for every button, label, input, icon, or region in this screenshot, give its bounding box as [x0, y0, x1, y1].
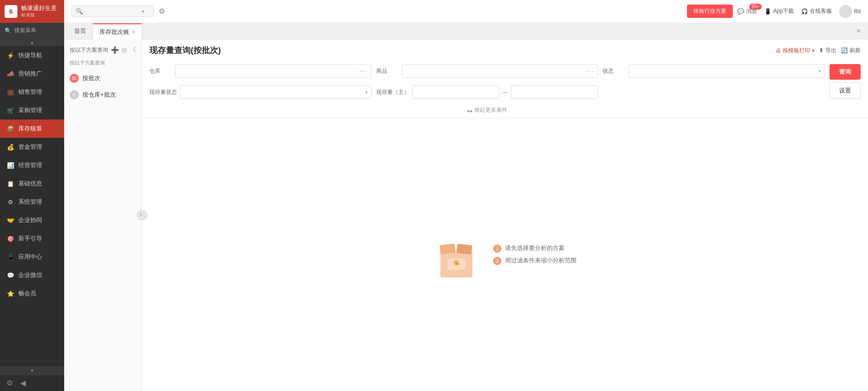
empty-tips: 1 请先选择要分析的方案 2 用过滤条件来缩小分析范围 [493, 244, 577, 265]
sidebar-item-member[interactable]: ⭐ 畅会员 [0, 284, 64, 303]
sidebar-item-appcenter[interactable]: 📱 应用中心 [0, 248, 64, 266]
sidebar-item-label: 资金管理 [18, 143, 42, 151]
experience-btn[interactable]: 体验行业方案 [687, 5, 733, 18]
empty-illustration: 😐 [434, 232, 479, 277]
settings-bottom-icon[interactable]: ⚙ [6, 379, 13, 387]
sidebar-item-system[interactable]: ⚙ 系统管理 [0, 193, 64, 211]
filter-row-2: 现存量状态 ▾ 现存量（主） — [149, 81, 825, 103]
sidebar-bottom: ⚙ ◀ [0, 375, 64, 391]
tip-2: 2 用过滤条件来缩小分析范围 [493, 256, 577, 265]
filter-main-row: 仓库 ··· 商品 ··· [149, 60, 861, 118]
warehouse-label: 仓库 [149, 67, 172, 75]
tabbar: 首页 库存批次账 × × [64, 23, 868, 39]
search-label: 搜索菜单 [14, 27, 36, 34]
sales-icon: 💼 [6, 88, 15, 96]
tab-home[interactable]: 首页 [68, 23, 93, 39]
stock-status-select[interactable]: ▾ [180, 85, 372, 99]
scheme-by-warehouse-batch-icon: 仓 [70, 90, 79, 99]
scroll-down-btn[interactable]: ▼ [0, 366, 64, 375]
status-field: 状态 ▾ [603, 64, 825, 78]
right-panel: 现存量查询(按批次) 🖨 按模板打印 ▾ ⬆ 导出 🔄 [142, 39, 868, 391]
sidebar-item-purchase[interactable]: 🛒 采购管理 [0, 101, 64, 119]
status-select[interactable]: ▾ [628, 64, 825, 78]
target-scheme-icon[interactable]: ◎ [121, 46, 127, 54]
newbie-icon: 🎯 [6, 234, 15, 243]
app-title-block: 畅康通好生意 标准版 [21, 5, 57, 19]
refresh-btn[interactable]: 🔄 刷新 [841, 47, 861, 54]
collapse-panel-icon[interactable]: 《 [130, 46, 136, 54]
stock-status-label: 现存量状态 [149, 88, 177, 96]
print-dropdown-icon[interactable]: ▾ [812, 48, 814, 53]
member-icon: ⭐ [6, 289, 15, 298]
topbar-search-input[interactable] [85, 8, 140, 15]
settings-btn[interactable]: 设置 [830, 82, 861, 99]
tip-2-text: 用过滤条件来缩小分析范围 [505, 256, 577, 265]
stock-status-field: 现存量状态 ▾ [149, 85, 372, 99]
topbar-gear-icon[interactable]: ⚙ [159, 7, 165, 16]
tab-inventory-batch-label: 库存批次账 [99, 28, 129, 36]
search-icon: 🔍 [5, 27, 11, 34]
scheme-by-batch-label: 按批次 [82, 74, 100, 82]
scheme-panel-title: 按以下方案查询 [70, 46, 108, 54]
goods-input[interactable]: ··· [402, 64, 599, 78]
scheme-panel-subtitle: 按以下方案查询 [64, 58, 142, 68]
dropdown-icon[interactable]: ▾ [142, 8, 144, 15]
sidebar-item-label: 快捷导航 [18, 51, 42, 60]
scroll-up-btn[interactable]: ▲ [0, 38, 64, 46]
warehouse-dots-icon: ··· [359, 67, 368, 75]
query-title-row: 现存量查询(按批次) 🖨 按模板打印 ▾ ⬆ 导出 🔄 [149, 45, 861, 56]
sidebar-item-marketing[interactable]: 📣 营销推广 [0, 65, 64, 83]
sidebar-item-label: 应用中心 [18, 253, 42, 261]
scheme-by-batch[interactable]: 批 按批次 [64, 70, 142, 87]
collapse-more-btn[interactable]: ▴▴ 收起更多条件 [149, 103, 825, 118]
sidebar-item-label: 企业微信 [18, 271, 42, 279]
stock-qty-from[interactable] [412, 85, 500, 99]
purchase-icon: 🛒 [6, 106, 15, 114]
scheme-by-warehouse-batch[interactable]: 仓 按仓库+批次 [64, 87, 142, 103]
topbar: 🔍 ▾ ⚙ 体验行业方案 💬 消息 99+ 📱 App下载 🎧 在线客服 R [64, 0, 868, 23]
sidebar-item-quick-nav[interactable]: ⚡ 快捷导航 [0, 46, 64, 65]
export-icon: ⬆ [819, 47, 824, 54]
sidebar-item-label: 畅会员 [18, 289, 36, 298]
sidebar-item-inventory[interactable]: 📦 库存核算 [0, 119, 64, 138]
panel-collapse-handle[interactable]: 》 [137, 210, 147, 220]
tab-inventory-batch[interactable]: 库存批次账 × [93, 23, 142, 40]
query-btn[interactable]: 查询 [830, 64, 861, 80]
tab-close-icon[interactable]: × [132, 29, 135, 35]
app-download-action[interactable]: 📱 App下载 [764, 7, 794, 15]
sidebar-item-label: 经营管理 [18, 161, 42, 169]
content-area: 按以下方案查询 ➕ ◎ 《 按以下方案查询 批 按批次 仓 按仓库+批次 》 现… [64, 39, 868, 391]
topbar-search-box[interactable]: 🔍 ▾ [71, 5, 154, 17]
collapse-sidebar-icon[interactable]: ◀ [20, 379, 26, 387]
sidebar-item-basic[interactable]: 📋 基础信息 [0, 174, 64, 193]
sidebar-search[interactable]: 🔍 搜索菜单 [0, 23, 64, 38]
user-action[interactable]: Rit [839, 5, 861, 18]
sidebar-item-wechat[interactable]: 💬 企业微信 [0, 266, 64, 284]
tip-1: 1 请先选择要分析的方案 [493, 244, 577, 253]
goods-field: 商品 ··· [376, 64, 599, 78]
sidebar-item-operations[interactable]: 📊 经营管理 [0, 156, 64, 174]
status-label: 状态 [603, 67, 626, 75]
panel-close-btn[interactable]: × [853, 27, 864, 35]
sidebar-item-newbie[interactable]: 🎯 新手引导 [0, 229, 64, 248]
sidebar-item-sales[interactable]: 💼 销售管理 [0, 83, 64, 101]
topbar-actions: 💬 消息 99+ 📱 App下载 🎧 在线客服 Rit [737, 5, 861, 18]
messages-badge: 99+ [749, 4, 762, 10]
refresh-icon: 🔄 [841, 47, 848, 54]
sidebar-item-finance[interactable]: 💰 资金管理 [0, 138, 64, 156]
marketing-icon: 📣 [6, 70, 15, 78]
headset-icon: 🎧 [801, 8, 808, 15]
scheme-by-batch-icon: 批 [70, 74, 79, 83]
online-service-action[interactable]: 🎧 在线客服 [801, 7, 832, 15]
goods-dots-icon: ··· [586, 67, 594, 75]
messages-icon: 💬 [737, 8, 744, 15]
stock-qty-to[interactable] [511, 85, 599, 99]
export-btn[interactable]: ⬆ 导出 [819, 47, 836, 54]
sidebar-item-cooperation[interactable]: 🤝 企业协同 [0, 211, 64, 229]
print-btn[interactable]: 🖨 按模板打印 ▾ [775, 47, 814, 54]
add-scheme-icon[interactable]: ➕ [111, 46, 119, 54]
tip-1-text: 请先选择要分析的方案 [505, 244, 565, 252]
messages-action[interactable]: 💬 消息 99+ [737, 7, 757, 15]
basic-icon: 📋 [6, 179, 15, 188]
warehouse-input[interactable]: ··· [175, 64, 372, 78]
